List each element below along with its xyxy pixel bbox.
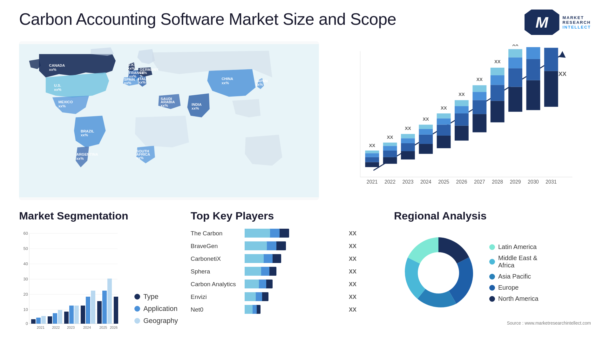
player-bar-container-3: XX: [245, 266, 381, 277]
logo-line3: INTELLECT: [563, 25, 591, 30]
svg-text:MEXICO: MEXICO: [58, 100, 73, 104]
svg-text:XX: XX: [441, 105, 447, 111]
svg-text:ARGENTINA: ARGENTINA: [76, 152, 98, 156]
svg-text:2024: 2024: [420, 179, 431, 185]
header: Carbon Accounting Software Market Size a…: [19, 10, 591, 35]
svg-rect-120: [58, 310, 62, 324]
svg-text:XX: XX: [494, 59, 501, 64]
regional-panel: Regional Analysis: [394, 210, 591, 362]
legend-label-latin-america: Latin America: [498, 243, 537, 251]
svg-text:2023: 2023: [402, 179, 413, 185]
legend-label-geography: Geography: [143, 317, 178, 325]
svg-rect-92: [526, 59, 540, 80]
legend-dot-geography: [134, 318, 140, 324]
page-container: Carbon Accounting Software Market Size a…: [0, 0, 610, 364]
segmentation-legend: Type Application Geography: [134, 293, 178, 338]
key-players-title: Top Key Players: [191, 210, 381, 222]
svg-text:30: 30: [24, 277, 28, 281]
logo-letter: M: [536, 14, 548, 31]
seg-chart-area: 60 50 40 30 20 10 0: [19, 228, 178, 338]
svg-text:2029: 2029: [510, 179, 521, 185]
svg-rect-68: [455, 113, 469, 126]
svg-text:xx%: xx%: [124, 81, 131, 85]
svg-rect-126: [81, 306, 85, 324]
player-bar-svg-4: [245, 279, 346, 290]
legend-dot-latin-america: [489, 244, 495, 250]
logo-text: MARKET RESEARCH INTELLECT: [563, 15, 591, 30]
svg-rect-150: [245, 280, 259, 288]
player-bar-svg-3: [245, 266, 346, 277]
player-row-5: Envizi XX: [191, 292, 381, 302]
logo-line1: MARKET: [563, 15, 591, 20]
svg-text:XX: XX: [423, 117, 429, 122]
svg-text:2027: 2027: [474, 179, 485, 185]
svg-text:xx%: xx%: [192, 106, 199, 110]
svg-rect-153: [245, 292, 256, 301]
svg-rect-93: [526, 47, 540, 59]
svg-text:10: 10: [24, 307, 28, 312]
svg-rect-95: [544, 71, 558, 107]
bottom-section: Market Segmentation 60 50 40 30 20 10 0: [19, 210, 591, 362]
svg-rect-132: [107, 279, 112, 324]
legend-asia-pacific: Asia Pacific: [489, 273, 539, 280]
player-bar-svg-2: [245, 253, 346, 264]
legend-label-europe: Europe: [498, 284, 519, 291]
player-name-6: Net0: [191, 306, 241, 313]
svg-rect-67: [455, 126, 469, 141]
svg-point-157: [418, 252, 459, 293]
player-row-6: Net0 XX: [191, 305, 381, 315]
bar-chart-container: XX 2021 XX 2022 XX 2023: [332, 41, 591, 200]
legend-label-asia-pacific: Asia Pacific: [498, 273, 531, 280]
svg-rect-134: [114, 297, 118, 324]
svg-rect-138: [245, 229, 270, 238]
svg-rect-62: [437, 125, 451, 136]
seg-svg-container: 60 50 40 30 20 10 0: [19, 228, 125, 338]
svg-text:60: 60: [24, 231, 28, 236]
svg-rect-50: [401, 143, 415, 151]
svg-text:U.S.: U.S.: [54, 84, 61, 87]
player-bar-container-2: XX: [245, 254, 381, 264]
svg-text:2024: 2024: [83, 326, 91, 329]
svg-text:CANADA: CANADA: [49, 64, 65, 67]
legend-application: Application: [134, 305, 178, 313]
legend-dot-europe: [489, 285, 495, 291]
segmentation-title: Market Segmentation: [19, 210, 178, 222]
svg-rect-85: [508, 87, 522, 112]
legend-label-north-america: North America: [498, 295, 539, 302]
svg-rect-69: [455, 106, 469, 113]
legend-dot-asia-pacific: [489, 274, 495, 280]
svg-rect-88: [508, 49, 522, 57]
player-val-0: XX: [349, 230, 356, 237]
svg-rect-45: [383, 146, 397, 151]
svg-rect-119: [53, 313, 57, 324]
svg-rect-118: [48, 316, 52, 324]
svg-text:2030: 2030: [528, 179, 539, 185]
svg-rect-141: [245, 241, 267, 250]
svg-rect-73: [472, 114, 486, 132]
svg-text:xx%: xx%: [136, 156, 144, 160]
svg-text:2022: 2022: [52, 326, 60, 329]
svg-text:xx%: xx%: [54, 88, 61, 91]
svg-text:20: 20: [24, 292, 28, 297]
svg-rect-61: [437, 136, 451, 148]
svg-text:XX: XX: [387, 135, 393, 140]
legend-label-type: Type: [143, 293, 159, 301]
svg-text:xx%: xx%: [49, 68, 56, 71]
svg-text:xx%: xx%: [128, 66, 135, 70]
player-name-0: The Carbon: [191, 230, 241, 237]
player-bar-svg-6: [245, 304, 346, 315]
svg-rect-49: [401, 151, 415, 159]
svg-text:xx%: xx%: [255, 83, 263, 86]
svg-text:XX: XX: [405, 126, 411, 131]
svg-rect-56: [419, 135, 433, 144]
svg-rect-64: [437, 113, 451, 118]
svg-rect-40: [365, 151, 379, 153]
svg-rect-82: [490, 68, 504, 75]
legend-dot-application: [134, 306, 140, 312]
svg-rect-144: [245, 254, 264, 263]
svg-text:XX: XX: [512, 44, 518, 47]
svg-rect-44: [383, 151, 397, 157]
svg-rect-38: [365, 157, 379, 162]
player-bar-svg-0: [245, 228, 346, 239]
svg-text:xx%: xx%: [81, 133, 88, 137]
